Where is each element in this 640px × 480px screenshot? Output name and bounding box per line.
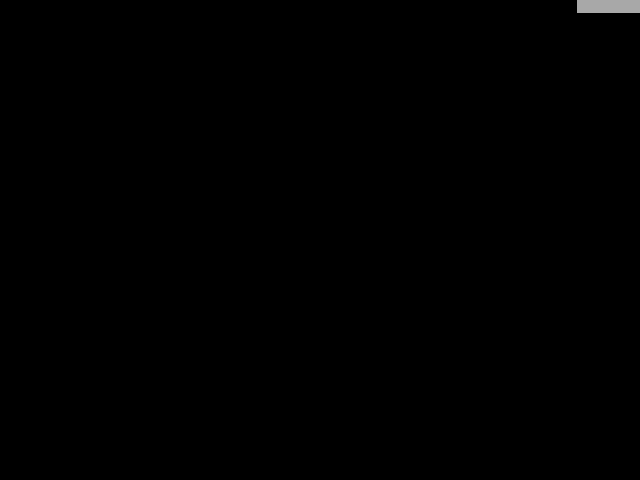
mt4-chart-window [0,0,640,480]
current-price-badge [577,0,640,13]
price-chart-canvas[interactable] [0,0,640,480]
